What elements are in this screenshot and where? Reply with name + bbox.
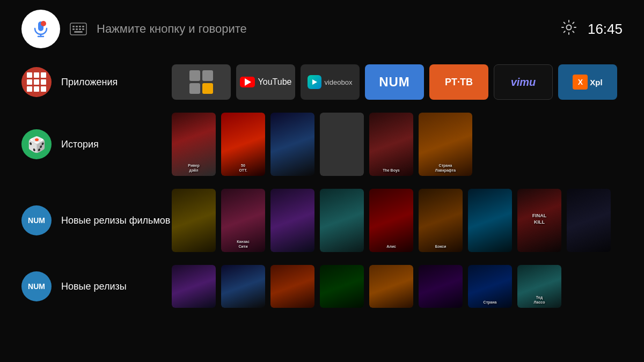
youtube-label: YouTube [258, 77, 292, 87]
poster-bg: Ривердэйл [172, 113, 216, 176]
youtube-play-icon [245, 78, 251, 86]
history-poster-6[interactable]: СтранаЛавкрафта [419, 113, 472, 176]
new-movie-6[interactable]: Бэкси [419, 189, 463, 252]
poster-bg [270, 189, 314, 252]
vimu-label: vimu [511, 76, 536, 88]
apps-title: Приложения [61, 77, 118, 88]
svg-rect-8 [82, 26, 84, 27]
svg-rect-13 [74, 31, 83, 33]
new-series-6[interactable] [419, 265, 463, 308]
poster-title: Бэкси [433, 243, 449, 250]
poster-title: КанзасСити [235, 238, 252, 250]
poster-title: Страна [481, 299, 499, 306]
history-icon[interactable]: 🎲 [21, 129, 52, 159]
app-videobox[interactable]: videobox [301, 64, 360, 100]
poster-bg [468, 189, 512, 252]
new-movie-3[interactable] [270, 189, 314, 252]
apps-grid-icon [185, 66, 217, 98]
svg-marker-15 [312, 79, 317, 85]
new-series-row: NUM Новые релизы [0, 260, 644, 313]
xplay-logo: X Xpl [573, 75, 602, 90]
poster-title: СтранаЛавкрафта [433, 162, 458, 174]
apps-icon[interactable] [21, 67, 52, 97]
new-series-1[interactable] [172, 265, 216, 308]
app-youtube[interactable]: YouTube [236, 64, 295, 100]
poster-bg: КанзасСити [221, 189, 265, 252]
apps-label-area: Приложения [0, 67, 172, 97]
new-series-5[interactable] [369, 265, 413, 308]
xplay-label: Xpl [590, 78, 602, 87]
new-series-title: Новые релизы [61, 281, 127, 292]
new-series-2[interactable] [221, 265, 265, 308]
new-movie-9[interactable] [567, 189, 611, 252]
poster-bg [221, 265, 265, 308]
poster-bg: ТедЛассо [517, 265, 561, 308]
new-movies-icon[interactable]: NUM [21, 205, 52, 235]
new-movie-8[interactable]: FINALKILL [517, 189, 561, 252]
new-movies-label-area: NUM Новые релизы фильмов [0, 205, 172, 235]
new-movies-title: Новые релизы фильмов [61, 215, 170, 226]
new-movie-7[interactable] [468, 189, 512, 252]
app-vimu[interactable]: vimu [494, 64, 553, 100]
svg-rect-7 [79, 26, 81, 27]
header: Нажмите кнопку и говорите 16:45 [0, 0, 644, 54]
videobox-logo: videobox [308, 75, 352, 89]
keyboard-icon[interactable] [69, 19, 88, 39]
svg-rect-12 [82, 28, 84, 30]
app-all[interactable] [172, 64, 231, 100]
history-poster-1[interactable]: Ривердэйл [172, 113, 216, 176]
svg-rect-5 [72, 26, 75, 27]
videobox-icon [308, 75, 321, 89]
header-right: 16:45 [561, 19, 623, 39]
new-series-7[interactable]: Страна [468, 265, 512, 308]
settings-icon[interactable] [561, 19, 577, 39]
new-series-3[interactable] [270, 265, 314, 308]
history-items: Ривердэйл 50ОТТ. The Boys Ст [172, 113, 644, 176]
history-poster-3[interactable] [270, 113, 314, 176]
poster-title: The Boys [380, 167, 402, 174]
poster-bg [567, 189, 611, 252]
app-xplay[interactable]: X Xpl [558, 64, 617, 100]
history-poster-5[interactable]: The Boys [369, 113, 413, 176]
svg-rect-10 [76, 28, 78, 30]
poster-bg: Страна [468, 265, 512, 308]
poster-bg [419, 265, 463, 308]
poster-bg [270, 265, 314, 308]
new-movie-2[interactable]: КанзасСити [221, 189, 265, 252]
cube-icon: 🎲 [27, 136, 46, 153]
history-poster-2[interactable]: 50ОТТ. [221, 113, 265, 176]
history-poster-4[interactable] [320, 113, 364, 176]
youtube-logo: YouTube [240, 77, 292, 87]
poster-bg: СтранаЛавкрафта [419, 113, 472, 176]
apps-row: Приложения YouTube [0, 59, 644, 105]
youtube-icon [240, 77, 255, 87]
poster-bg [320, 265, 364, 308]
new-movie-4[interactable] [320, 189, 364, 252]
mic-icon [31, 19, 50, 39]
xplay-icon: X [573, 75, 588, 90]
new-movie-5[interactable]: Алис [369, 189, 413, 252]
app-num[interactable]: NUM [365, 64, 424, 100]
poster-bg [172, 189, 216, 252]
history-row: 🎲 История Ривердэйл 50ОТТ. [0, 107, 644, 181]
clock: 16:45 [588, 21, 623, 38]
new-movie-1[interactable] [172, 189, 216, 252]
svg-point-14 [566, 25, 571, 29]
poster-bg [320, 189, 364, 252]
new-series-8[interactable]: ТедЛассо [517, 265, 561, 308]
poster-title: FINALKILL [530, 212, 549, 226]
num-icon-label2: NUM [28, 282, 45, 291]
poster-title: 50ОТТ. [237, 162, 249, 174]
new-series-4[interactable] [320, 265, 364, 308]
svg-point-3 [41, 21, 46, 26]
new-series-icon[interactable]: NUM [21, 271, 52, 301]
mic-button[interactable] [21, 10, 60, 48]
poster-bg: Бэкси [419, 189, 463, 252]
poster-bg [270, 113, 314, 176]
svg-rect-9 [72, 28, 75, 30]
poster-bg [369, 265, 413, 308]
app-pttv[interactable]: PT·TB [429, 64, 488, 100]
poster-bg: Алис [369, 189, 413, 252]
content: Приложения YouTube [0, 54, 644, 313]
poster-title: Алис [384, 243, 398, 250]
